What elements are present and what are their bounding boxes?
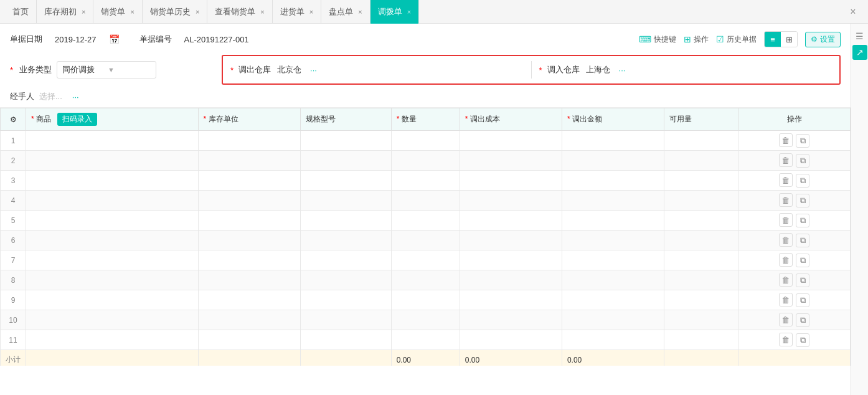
shortcut-icon: ⌨ [639, 34, 651, 44]
row-no: 3 [1, 171, 26, 191]
table-row: 10 🗑 ⧉ [1, 310, 851, 330]
tab-close-sales-history[interactable]: × [196, 8, 199, 16]
right-sidebar: ☰ ↗ [851, 24, 868, 395]
delete-icon[interactable]: 🗑 [779, 333, 793, 346]
col-spec: 规格型号 [300, 108, 391, 131]
delete-icon[interactable]: 🗑 [779, 273, 793, 287]
tab-stocktake[interactable]: 盘点单 × [321, 0, 370, 24]
warehouse-divider [531, 61, 532, 79]
operator-more-button[interactable]: ··· [72, 92, 79, 102]
layout-list-button[interactable]: ≡ [765, 32, 781, 47]
copy-icon[interactable]: ⧉ [796, 234, 809, 247]
tab-home[interactable]: 首页 [5, 0, 37, 24]
table-row: 7 🗑 ⧉ [1, 250, 851, 270]
table-row: 11 🗑 ⧉ [1, 330, 851, 350]
top-row-right: ⌨ 快捷键 ⊞ 操作 ☑ 历史单据 ≡ ⊞ ⚙ 设置 [639, 31, 841, 47]
copy-icon[interactable]: ⧉ [796, 313, 809, 327]
table-row: 8 🗑 ⧉ [1, 270, 851, 290]
settings-icon: ⚙ [10, 115, 17, 124]
layout-grid-button[interactable]: ⊞ [781, 32, 797, 47]
table-row: 3 🗑 ⧉ [1, 171, 851, 191]
table-row: 5 🗑 ⧉ [1, 211, 851, 231]
row-no: 8 [1, 270, 26, 290]
tab-close-view-sales[interactable]: × [260, 8, 264, 16]
window-close-button[interactable]: × [843, 0, 863, 24]
col-unit: * 库存单位 [198, 108, 300, 131]
tab-inventory-init[interactable]: 库存期初 × [37, 0, 93, 24]
col-cost: * 调出成本 [460, 108, 562, 131]
warehouse-out-field: * 调出仓库 北京仓 ··· [230, 64, 524, 75]
business-type-select[interactable]: 同价调拨 ▼ [57, 61, 156, 79]
copy-icon[interactable]: ⧉ [796, 293, 809, 307]
delete-icon[interactable]: 🗑 [779, 233, 793, 247]
copy-icon[interactable]: ⧉ [796, 333, 809, 347]
business-type-required: * [10, 65, 13, 75]
settings-gear-icon: ⚙ [811, 35, 818, 44]
tab-sales-history[interactable]: 销货单历史 × [143, 0, 207, 24]
sidebar-export-icon[interactable]: ↗ [852, 45, 867, 60]
warehouse-in-more-button[interactable]: ··· [619, 65, 626, 75]
scan-button[interactable]: 扫码录入 [57, 113, 97, 126]
middle-row: * 业务类型 同价调拨 ▼ * 调出仓库 北京仓 ··· [10, 55, 841, 85]
subtotal-row: 小计 0.00 0.00 0.00 [1, 350, 851, 366]
history-icon: ☑ [716, 34, 724, 44]
tab-close-inventory-init[interactable]: × [82, 8, 85, 16]
delete-icon[interactable]: 🗑 [779, 253, 793, 267]
business-type-field: * 业务类型 同价调拨 ▼ [10, 61, 222, 79]
warehouse-out-value: 北京仓 [277, 64, 301, 75]
main-content: 单据日期 2019-12-27 📅 单据编号 AL-20191227-001 ⌨… [0, 24, 851, 395]
settings-button[interactable]: ⚙ 设置 [805, 32, 841, 47]
col-settings[interactable]: ⚙ [1, 108, 26, 131]
operation-icon: ⊞ [684, 34, 691, 44]
operator-select[interactable]: 选择... [39, 91, 62, 102]
delete-icon[interactable]: 🗑 [779, 213, 793, 227]
delete-icon[interactable]: 🗑 [779, 313, 793, 326]
subtotal-label: 小计 [1, 350, 26, 366]
copy-icon[interactable]: ⧉ [796, 174, 809, 188]
sidebar-list-icon[interactable]: ☰ [852, 29, 867, 44]
copy-icon[interactable]: ⧉ [796, 214, 809, 227]
tab-bar: 首页 库存期初 × 销货单 × 销货单历史 × 查看销货单 × 进货单 × 盘点… [0, 0, 868, 24]
col-quantity: * 数量 [391, 108, 460, 131]
history-button[interactable]: ☑ 历史单据 [716, 34, 757, 45]
delete-icon[interactable]: 🗑 [779, 173, 793, 187]
table-row: 4 🗑 ⧉ [1, 191, 851, 211]
warehouse-in-required: * [539, 65, 542, 75]
copy-icon[interactable]: ⧉ [796, 274, 809, 287]
delete-icon[interactable]: 🗑 [779, 293, 793, 307]
table-row: 1 🗑 ⧉ [1, 131, 851, 151]
delete-icon[interactable]: 🗑 [779, 193, 793, 207]
row-no: 6 [1, 231, 26, 250]
tab-sales-order[interactable]: 销货单 × [93, 0, 142, 24]
tab-close-sales-order[interactable]: × [130, 8, 134, 16]
copy-icon[interactable]: ⧉ [796, 254, 809, 267]
delete-icon[interactable]: 🗑 [779, 133, 793, 147]
calendar-icon[interactable]: 📅 [109, 34, 120, 44]
tab-close-stocktake[interactable]: × [358, 8, 362, 16]
tab-purchase[interactable]: 进货单 × [273, 0, 321, 24]
subtotal-amount: 0.00 [562, 350, 664, 366]
tab-close-transfer[interactable]: × [407, 8, 411, 16]
operation-button[interactable]: ⊞ 操作 [684, 34, 709, 45]
copy-icon[interactable]: ⧉ [796, 154, 809, 168]
tab-close-purchase[interactable]: × [309, 8, 313, 16]
form-area: 单据日期 2019-12-27 📅 单据编号 AL-20191227-001 ⌨… [0, 24, 851, 108]
bottom-row: 经手人 选择... ··· [10, 91, 841, 102]
layout-buttons: ≡ ⊞ [764, 31, 798, 47]
business-type-label: 业务类型 [19, 64, 52, 75]
date-label: 单据日期 [10, 34, 42, 45]
row-no: 10 [1, 310, 26, 330]
row-no: 11 [1, 330, 26, 350]
table-area: ⚙ * 商品 扫码录入 * 库存单位 规格型号 [0, 108, 851, 366]
warehouse-in-label: 调入仓库 [547, 64, 580, 75]
warehouse-out-more-button[interactable]: ··· [310, 65, 317, 75]
row-no: 4 [1, 191, 26, 211]
shortcut-button[interactable]: ⌨ 快捷键 [639, 34, 676, 45]
row-no: 5 [1, 211, 26, 231]
warehouse-out-required: * [230, 65, 234, 75]
delete-icon[interactable]: 🗑 [779, 153, 793, 167]
copy-icon[interactable]: ⧉ [796, 134, 809, 148]
tab-view-sales[interactable]: 查看销货单 × [207, 0, 272, 24]
tab-transfer[interactable]: 调拨单 × [370, 0, 419, 24]
copy-icon[interactable]: ⧉ [796, 194, 809, 207]
